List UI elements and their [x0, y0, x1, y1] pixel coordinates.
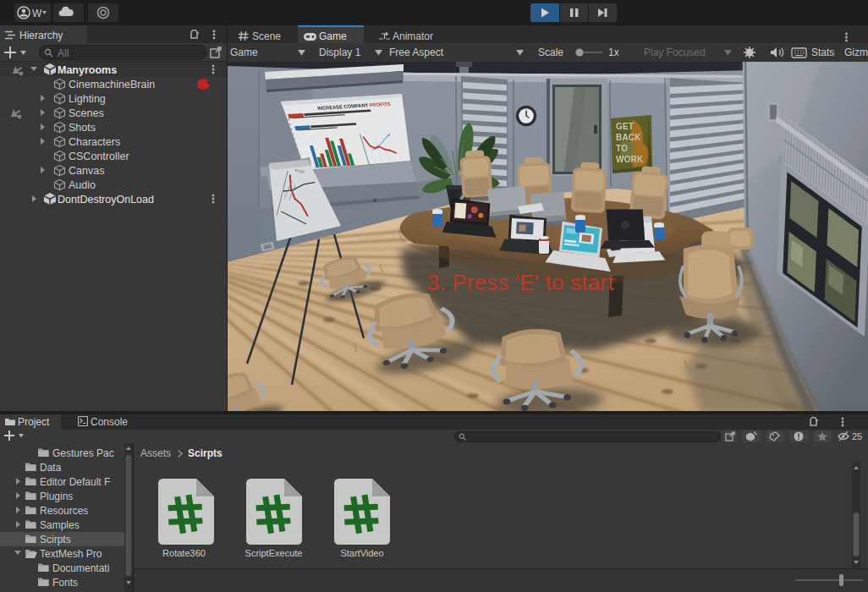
svg-text:Scenes: Scenes	[69, 107, 104, 119]
svg-text:Fonts: Fonts	[52, 577, 78, 589]
svg-text:CSController: CSController	[69, 151, 129, 162]
svg-text:Gestures Pac: Gestures Pac	[52, 447, 114, 459]
svg-text:DontDestroyOnLoad: DontDestroyOnLoad	[58, 194, 154, 206]
svg-text:Data: Data	[40, 462, 62, 474]
svg-text:Plugins: Plugins	[40, 491, 73, 502]
svg-text:Editor Default F: Editor Default F	[40, 476, 110, 488]
svg-text:Shots: Shots	[69, 122, 96, 134]
svg-text:Lighting: Lighting	[69, 93, 106, 105]
svg-text:25: 25	[852, 431, 862, 441]
svg-text:Manyrooms: Manyrooms	[58, 64, 117, 76]
svg-text:Samples: Samples	[40, 519, 80, 531]
svg-text:Characters: Characters	[69, 136, 120, 148]
svg-text:Canvas: Canvas	[69, 165, 104, 177]
svg-text:CinemachineBrain: CinemachineBrain	[69, 79, 155, 90]
svg-text:Scirpts: Scirpts	[40, 534, 71, 545]
svg-text:W: W	[32, 8, 42, 19]
svg-text:Documentati: Documentati	[52, 562, 109, 574]
svg-text:TextMesh Pro: TextMesh Pro	[40, 548, 102, 560]
svg-text:Audio: Audio	[69, 179, 96, 191]
svg-text:Resources: Resources	[40, 505, 88, 517]
